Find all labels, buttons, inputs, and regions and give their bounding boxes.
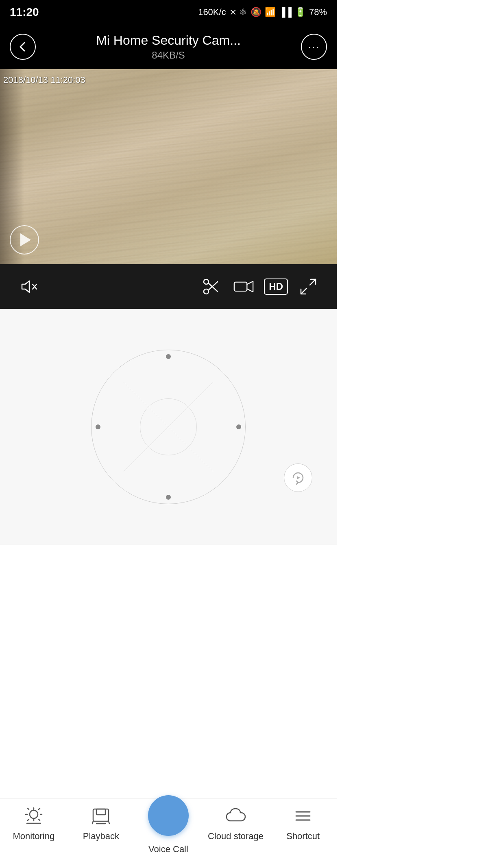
monitoring-icon bbox=[23, 805, 45, 827]
svg-marker-0 bbox=[22, 281, 29, 292]
cloudstorage-label: Cloud storage bbox=[208, 831, 264, 842]
bandwidth-label: 84KB/S bbox=[36, 50, 301, 61]
play-button[interactable] bbox=[10, 225, 39, 255]
pan-inner-circle bbox=[140, 398, 197, 455]
svg-point-3 bbox=[204, 289, 209, 294]
video-timestamp: 2018/10/13 11:20:03 bbox=[3, 75, 85, 85]
svg-line-25 bbox=[109, 821, 109, 824]
camera-name: Mi Home Security Cam... bbox=[36, 33, 301, 48]
bluetooth-icon: ⨯ ⚛ bbox=[229, 7, 247, 17]
clip-button[interactable] bbox=[199, 274, 223, 299]
monitoring-label: Monitoring bbox=[13, 831, 54, 842]
battery-percent: 78% bbox=[309, 7, 327, 17]
svg-line-5 bbox=[208, 282, 218, 290]
controls-bar: HD bbox=[0, 264, 337, 309]
nav-item-playback[interactable]: Playback bbox=[68, 805, 135, 842]
back-button[interactable] bbox=[10, 34, 36, 60]
header: Mi Home Security Cam... 84KB/S ··· bbox=[0, 24, 337, 69]
pan-circle[interactable] bbox=[91, 350, 246, 504]
pan-control-area bbox=[0, 309, 337, 545]
shortcut-label: Shortcut bbox=[286, 831, 320, 842]
pan-dot-top[interactable] bbox=[166, 354, 171, 359]
svg-line-20 bbox=[28, 819, 29, 820]
svg-marker-12 bbox=[297, 476, 300, 479]
nav-item-cloudstorage[interactable]: Cloud storage bbox=[202, 805, 270, 842]
status-icons: 160K/c ⨯ ⚛ 🔕 📶 ▐▐ 🔋 78% bbox=[198, 7, 327, 17]
video-feed[interactable]: 2018/10/13 11:20:03 bbox=[0, 69, 337, 264]
nav-item-shortcut[interactable]: Shortcut bbox=[269, 805, 337, 842]
nav-item-voicecall[interactable]: Voice Call bbox=[135, 805, 202, 855]
pan-dot-left[interactable] bbox=[96, 424, 100, 429]
fullscreen-button[interactable] bbox=[296, 274, 320, 299]
voicecall-fab[interactable] bbox=[148, 795, 189, 836]
header-title-group: Mi Home Security Cam... 84KB/S bbox=[36, 33, 301, 61]
record-button[interactable] bbox=[231, 274, 256, 299]
hd-button[interactable]: HD bbox=[264, 278, 288, 295]
voicecall-label: Voice Call bbox=[148, 844, 188, 855]
svg-line-6 bbox=[208, 283, 218, 292]
playback-label: Playback bbox=[83, 831, 119, 842]
svg-rect-27 bbox=[96, 809, 105, 815]
signal-icon: ▐▐ bbox=[279, 7, 292, 17]
silent-icon: 🔕 bbox=[251, 7, 261, 17]
mute-button[interactable] bbox=[16, 274, 41, 299]
svg-point-4 bbox=[204, 279, 209, 284]
more-button[interactable]: ··· bbox=[301, 34, 327, 60]
svg-line-9 bbox=[301, 288, 307, 294]
cloudstorage-icon bbox=[225, 805, 247, 827]
svg-line-24 bbox=[92, 821, 93, 824]
bottom-nav: Monitoring Playback Voice Call bbox=[0, 798, 337, 868]
playback-icon bbox=[90, 805, 112, 827]
shortcut-icon bbox=[292, 805, 314, 827]
svg-line-8 bbox=[310, 279, 316, 285]
reset-button[interactable] bbox=[284, 463, 312, 492]
svg-rect-7 bbox=[234, 282, 247, 291]
svg-point-13 bbox=[30, 810, 38, 818]
network-speed: 160K/c bbox=[198, 7, 226, 17]
svg-line-19 bbox=[39, 808, 40, 809]
battery-icon: 🔋 bbox=[295, 7, 306, 17]
nav-item-monitoring[interactable]: Monitoring bbox=[0, 805, 68, 842]
status-time: 11:20 bbox=[10, 6, 39, 19]
svg-line-18 bbox=[28, 808, 29, 809]
svg-line-21 bbox=[39, 819, 40, 820]
pan-dot-right[interactable] bbox=[236, 424, 241, 429]
wifi-icon: 📶 bbox=[265, 7, 276, 17]
status-bar: 11:20 160K/c ⨯ ⚛ 🔕 📶 ▐▐ 🔋 78% bbox=[0, 0, 337, 24]
pan-dot-bottom[interactable] bbox=[166, 495, 171, 500]
